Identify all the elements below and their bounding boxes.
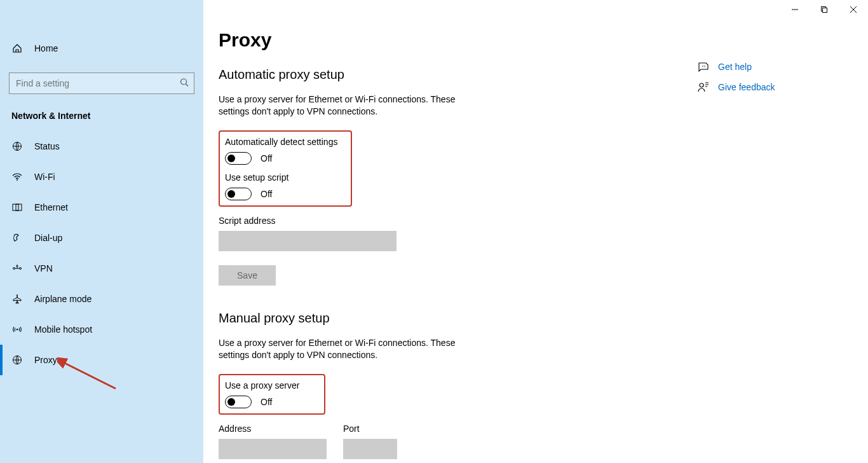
svg-point-13: [702, 66, 703, 67]
svg-point-9: [17, 265, 18, 266]
sidebar-item-label: Proxy: [34, 355, 57, 365]
setup-script-toggle[interactable]: [225, 188, 252, 200]
page-title: Proxy: [219, 29, 868, 51]
wifi-icon: [11, 171, 23, 183]
give-feedback-link[interactable]: Give feedback: [698, 81, 775, 93]
airplane-icon: [11, 293, 23, 305]
sidebar-item-dialup[interactable]: Dial-up: [0, 223, 203, 253]
dialup-icon: [11, 232, 23, 244]
sidebar-item-label: Airplane mode: [34, 294, 92, 304]
svg-point-8: [20, 268, 22, 270]
save-button: Save: [219, 265, 276, 286]
svg-rect-6: [16, 204, 18, 211]
search-box[interactable]: [9, 73, 194, 94]
auto-detect-state: Off: [261, 153, 272, 163]
setup-script-state: Off: [261, 189, 272, 199]
search-input[interactable]: [16, 78, 172, 88]
manual-fields: Address Port: [219, 424, 868, 459]
sidebar-item-vpn[interactable]: VPN: [0, 253, 203, 284]
hotspot-icon: [11, 324, 23, 335]
vpn-icon: [11, 263, 23, 274]
manual-address-label: Address: [219, 424, 327, 434]
svg-rect-5: [13, 204, 22, 211]
svg-point-2: [181, 79, 187, 85]
sidebar-item-label: Dial-up: [34, 233, 62, 243]
sidebar-item-airplane[interactable]: Airplane mode: [0, 284, 203, 314]
highlight-auto-toggles: Automatically detect settings Off Use se…: [219, 130, 352, 207]
manual-heading: Manual proxy setup: [219, 311, 868, 326]
highlight-manual-toggle: Use a proxy server Off: [219, 374, 325, 415]
search-wrap: [0, 65, 203, 102]
sidebar-item-label: Mobile hotspot: [34, 324, 92, 335]
status-icon: [11, 141, 23, 152]
auto-desc: Use a proxy server for Ethernet or Wi-Fi…: [219, 93, 485, 118]
svg-point-14: [704, 66, 705, 67]
sidebar-item-label: Wi-Fi: [34, 172, 55, 182]
setup-script-label: Use setup script: [225, 172, 346, 183]
give-feedback-text: Give feedback: [718, 82, 775, 92]
sidebar-item-wifi[interactable]: Wi-Fi: [0, 162, 203, 192]
svg-rect-1: [823, 8, 827, 13]
svg-point-4: [17, 179, 18, 181]
script-address-input: [219, 231, 397, 251]
home-icon: [11, 43, 23, 54]
proxy-icon: [11, 354, 23, 366]
sidebar-item-label: Status: [34, 141, 60, 151]
auto-detect-toggle[interactable]: [225, 152, 252, 165]
svg-point-10: [17, 329, 18, 331]
sidebar-home-label: Home: [34, 43, 58, 53]
svg-point-7: [13, 268, 15, 270]
close-button[interactable]: [839, 0, 868, 19]
sidebar-home[interactable]: Home: [0, 36, 203, 61]
svg-point-15: [700, 83, 703, 87]
ethernet-icon: [11, 202, 23, 213]
sidebar-item-label: VPN: [34, 263, 53, 273]
help-icon: [698, 61, 709, 73]
manual-port-input: [343, 439, 397, 459]
use-proxy-label: Use a proxy server: [225, 380, 319, 390]
minimize-icon: [792, 6, 798, 13]
use-proxy-toggle[interactable]: [225, 396, 252, 408]
sidebar-item-status[interactable]: Status: [0, 131, 203, 162]
sidebar-item-label: Ethernet: [34, 202, 68, 212]
sidebar-item-proxy[interactable]: Proxy: [0, 345, 203, 375]
get-help-text: Get help: [718, 62, 752, 72]
manual-desc: Use a proxy server for Ethernet or Wi-Fi…: [219, 337, 485, 361]
sidebar: Home Network & Internet Status Wi-Fi: [0, 0, 203, 463]
content: Proxy Automatic proxy setup Use a proxy …: [219, 29, 868, 463]
manual-port-label: Port: [343, 424, 397, 434]
auto-detect-label: Automatically detect settings: [225, 137, 346, 147]
aside-links: Get help Give feedback: [698, 61, 775, 93]
sidebar-item-ethernet[interactable]: Ethernet: [0, 192, 203, 223]
window-controls: [780, 0, 868, 19]
close-icon: [850, 6, 857, 13]
maximize-button[interactable]: [810, 0, 839, 19]
manual-address-input: [219, 439, 327, 459]
sidebar-section-header: Network & Internet: [0, 102, 203, 127]
use-proxy-state: Off: [261, 397, 272, 407]
feedback-icon: [698, 81, 709, 93]
minimize-button[interactable]: [780, 0, 810, 19]
script-address-label: Script address: [219, 216, 868, 226]
sidebar-item-hotspot[interactable]: Mobile hotspot: [0, 314, 203, 345]
search-icon: [180, 78, 189, 89]
sidebar-items: Status Wi-Fi Ethernet Dial-up VPN: [0, 127, 203, 375]
get-help-link[interactable]: Get help: [698, 61, 775, 73]
maximize-icon: [821, 6, 827, 13]
